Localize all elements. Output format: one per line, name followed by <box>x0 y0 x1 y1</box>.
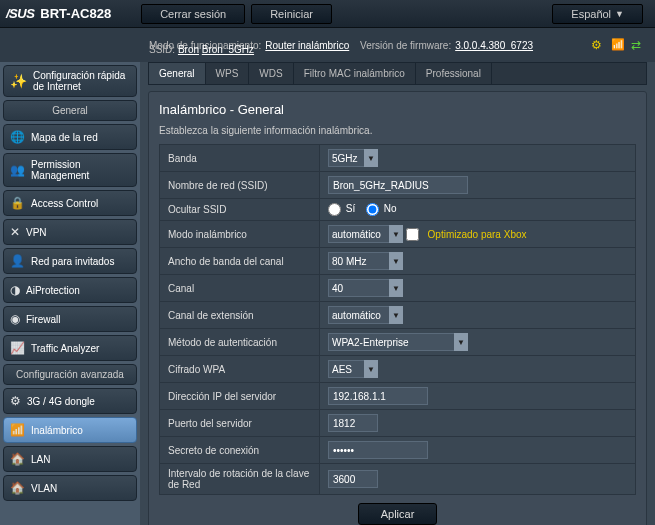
server-port-label: Puerto del servidor <box>160 410 320 437</box>
tab-macfilter[interactable]: Filtro MAC inalámbrico <box>294 63 416 84</box>
sidebar-item-network-map[interactable]: 🌐Mapa de la red <box>3 124 137 150</box>
hide-ssid-label: Ocultar SSID <box>160 199 320 221</box>
mode-select[interactable] <box>328 225 403 243</box>
ssid-input[interactable] <box>328 176 468 194</box>
sidebar-item-firewall[interactable]: ◉Firewall <box>3 306 137 332</box>
bandwidth-label: Ancho de banda del canal <box>160 248 320 275</box>
sidebar-item-lan[interactable]: 🏠LAN <box>3 446 137 472</box>
vlan-icon: 🏠 <box>10 481 25 495</box>
server-ip-label: Dirección IP del servidor <box>160 383 320 410</box>
sidebar-label: Permission Management <box>31 159 130 181</box>
chevron-down-icon: ▼ <box>615 9 624 19</box>
wifi-icon[interactable] <box>611 38 625 52</box>
settings-panel: Inalámbrico - General Establezca la sigu… <box>148 91 647 525</box>
sidebar-label: VLAN <box>31 483 57 494</box>
sidebar-item-aiprotection[interactable]: ◑AiProtection <box>3 277 137 303</box>
tabs: General WPS WDS Filtro MAC inalámbrico P… <box>148 62 647 85</box>
sidebar-item-vlan[interactable]: 🏠VLAN <box>3 475 137 501</box>
bandwidth-select[interactable] <box>328 252 403 270</box>
apply-button[interactable]: Aplicar <box>358 503 438 525</box>
sidebar-label: Access Control <box>31 198 98 209</box>
chart-icon: 📈 <box>10 341 25 355</box>
encryption-select[interactable] <box>328 360 378 378</box>
hide-yes-option[interactable]: Sí <box>328 203 355 214</box>
hide-no-option[interactable]: No <box>366 203 397 214</box>
secret-input[interactable] <box>328 441 428 459</box>
info-bar: Modo de funcionamiento: Router inalámbri… <box>0 28 655 62</box>
wireless-mode-label: Modo inalámbrico <box>160 221 320 248</box>
sidebar-label: Red para invitados <box>31 256 114 267</box>
auth-method-label: Método de autenticación <box>160 329 320 356</box>
server-port-input[interactable] <box>328 414 378 432</box>
channel-select[interactable] <box>328 279 403 297</box>
status-icon-1[interactable] <box>591 38 605 52</box>
globe-icon: 🌐 <box>10 130 25 144</box>
band-select[interactable] <box>328 149 378 167</box>
ext-channel-select[interactable] <box>328 306 403 324</box>
sidebar-group-advanced: Configuración avanzada <box>3 364 137 385</box>
ssid-label: SSID: <box>149 44 175 55</box>
quick-setup-button[interactable]: Configuración rápida de Internet <box>3 65 137 97</box>
key-rotation-input[interactable] <box>328 470 378 488</box>
main-content: General WPS WDS Filtro MAC inalámbrico P… <box>140 62 655 525</box>
guest-icon: 👤 <box>10 254 25 268</box>
xbox-checkbox[interactable] <box>406 228 419 241</box>
sidebar-group-general: General <box>3 100 137 121</box>
secret-label: Secreto de conexión <box>160 437 320 464</box>
top-bar: /SUS BRT-AC828 Cerrar sesión Reiniciar E… <box>0 0 655 28</box>
users-icon: 👥 <box>10 163 25 177</box>
sidebar-item-permission[interactable]: 👥Permission Management <box>3 153 137 187</box>
reboot-button[interactable]: Reiniciar <box>251 4 332 24</box>
panel-description: Establezca la siguiente información inal… <box>159 125 636 136</box>
sidebar: Configuración rápida de Internet General… <box>0 62 140 525</box>
logout-button[interactable]: Cerrar sesión <box>141 4 245 24</box>
sidebar-label: Mapa de la red <box>31 132 98 143</box>
key-rotation-label: Intervalo de rotación de la clave de Red <box>160 464 320 495</box>
sidebar-label: Firewall <box>26 314 60 325</box>
form-table: Banda ▼ Nombre de red (SSID) Ocultar SSI… <box>159 144 636 495</box>
sidebar-label: 3G / 4G dongle <box>27 396 95 407</box>
brand-logo: /SUS <box>6 6 34 21</box>
firmware-label: Versión de firmware: <box>360 40 451 51</box>
firewall-icon: ◉ <box>10 312 20 326</box>
home-icon: 🏠 <box>10 452 25 466</box>
sparkle-icon <box>10 73 27 89</box>
tab-wps[interactable]: WPS <box>206 63 250 84</box>
sidebar-label: LAN <box>31 454 50 465</box>
sidebar-label: AiProtection <box>26 285 80 296</box>
language-selector[interactable]: Español ▼ <box>552 4 643 24</box>
mode-value[interactable]: Router inalámbrico <box>265 40 349 51</box>
band-label: Banda <box>160 145 320 172</box>
sidebar-item-guest[interactable]: 👤Red para invitados <box>3 248 137 274</box>
sidebar-item-vpn[interactable]: ✕VPN <box>3 219 137 245</box>
firmware-value[interactable]: 3.0.0.4.380_6723 <box>455 40 533 51</box>
quick-setup-label: Configuración rápida de Internet <box>33 70 130 92</box>
encryption-label: Cifrado WPA <box>160 356 320 383</box>
xbox-label: Optimizado para Xbox <box>428 229 527 240</box>
tab-general[interactable]: General <box>149 63 206 84</box>
panel-title: Inalámbrico - General <box>159 102 636 117</box>
vpn-icon: ✕ <box>10 225 20 239</box>
ssid-name-label: Nombre de red (SSID) <box>160 172 320 199</box>
shield-icon: ◑ <box>10 283 20 297</box>
wifi-nav-icon: 📶 <box>10 423 25 437</box>
ssid-value-1[interactable]: Bron <box>178 44 199 55</box>
channel-label: Canal <box>160 275 320 302</box>
model-name: BRT-AC828 <box>40 6 111 21</box>
sidebar-label: VPN <box>26 227 47 238</box>
ssid-value-2[interactable]: Bron_5GHz <box>202 44 254 55</box>
sidebar-item-traffic[interactable]: 📈Traffic Analyzer <box>3 335 137 361</box>
link-icon[interactable] <box>631 38 645 52</box>
sidebar-item-wireless[interactable]: 📶Inalámbrico <box>3 417 137 443</box>
auth-select[interactable] <box>328 333 468 351</box>
dongle-icon: ⚙ <box>10 394 21 408</box>
lock-icon: 🔒 <box>10 196 25 210</box>
language-label: Español <box>571 8 611 20</box>
tab-wds[interactable]: WDS <box>249 63 293 84</box>
sidebar-label: Inalámbrico <box>31 425 83 436</box>
tab-professional[interactable]: Professional <box>416 63 492 84</box>
server-ip-input[interactable] <box>328 387 428 405</box>
sidebar-label: Traffic Analyzer <box>31 343 99 354</box>
sidebar-item-3g4g[interactable]: ⚙3G / 4G dongle <box>3 388 137 414</box>
sidebar-item-access-control[interactable]: 🔒Access Control <box>3 190 137 216</box>
